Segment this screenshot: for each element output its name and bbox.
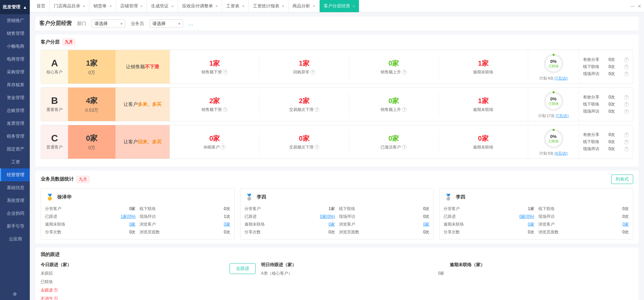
list-view-button[interactable]: 列表式 xyxy=(611,175,633,184)
tab-9[interactable]: 客户分层经营× xyxy=(320,0,359,12)
tier-row-C: C 普通客户 0家 0万 让客户回来、多买 0家 休眠客户 ? 0家 交易频次下… xyxy=(41,125,633,159)
tomorrow-row-1: A类（核心客户） 0家 xyxy=(261,271,445,276)
sidebar-item-1[interactable]: 销售管理 xyxy=(0,27,30,40)
salesperson-card-0: 🥇 徐泽华 分管客户 0家 已跟进 1家(0%) 逾期未联络 0家 分享次数 0… xyxy=(41,188,235,239)
window-minimize-icon[interactable]: — xyxy=(630,4,635,9)
biz-month-badge: 九月 xyxy=(77,176,89,183)
tier-A-stat3[interactable]: 0家 销售额上升 ? xyxy=(349,55,439,79)
sidebar-collapse-icon[interactable]: ▲ xyxy=(23,5,27,10)
sidebar-item-13[interactable]: 基础信息 xyxy=(0,181,30,194)
salesperson-grid: 🥇 徐泽华 分管客户 0家 已跟进 1家(0%) 逾期未联络 0家 分享次数 0… xyxy=(41,188,633,239)
tier-A-action: 让销售额不下滑 xyxy=(115,50,170,84)
sp-stat-right: 现场拜访 1次 xyxy=(139,214,230,220)
staff-select-wrapper: 请选择 xyxy=(149,19,183,28)
sidebar-item-12[interactable]: 经营管理 xyxy=(0,168,30,181)
tab-1[interactable]: 门店商品目录× xyxy=(50,0,89,12)
tab-close-1[interactable]: × xyxy=(83,4,85,8)
tab-close-6[interactable]: × xyxy=(242,4,244,8)
salesperson-card-2: 🥈 李四 分管客户 1家 已跟进 0家(0%) 逾期未联络 0家 分享次数 0次… xyxy=(439,188,633,239)
sp-stat-left: 逾期未联络 0家 xyxy=(45,222,135,227)
sp-stat-left: 逾期未联络 0家 xyxy=(444,222,534,227)
tab-close-4[interactable]: × xyxy=(171,4,173,8)
followup-section: 我的跟进 今日跟进（家） 未跟踪 已联络 xyxy=(35,248,639,300)
sp-header-2: 🥈 李四 xyxy=(444,192,629,202)
tier-B-label: B 重要客户 xyxy=(41,88,68,121)
tier-C-stat1[interactable]: 0家 休眠客户 ? xyxy=(170,130,260,154)
tier-A-stats: 1家 销售额下滑 ? 1家 回购异常 ? 0家 销售额上升 ? 1家 逾期未联络 xyxy=(170,50,528,84)
tier-C-stat3[interactable]: 0家 已激活客户 ? xyxy=(349,130,439,154)
tier-B-circle: 0% 已联络 计划 17次 (7天/次) xyxy=(528,88,579,121)
tab-7[interactable]: 工资统计报表× xyxy=(249,0,288,12)
tier-B-action: 让客户多来、多买 xyxy=(115,88,170,121)
dept-select[interactable]: 请选择 xyxy=(91,19,125,28)
tier-B-stat4[interactable]: 1家 逾期未联络 xyxy=(439,92,528,117)
tier-C-stat4[interactable]: 0家 逾期未联络 xyxy=(439,130,528,154)
tier-B-stat2[interactable]: 2家 交易频次下滑 ? xyxy=(260,92,349,117)
sidebar-item-16[interactable]: 新手引导 xyxy=(0,220,30,233)
tab-close-8[interactable]: × xyxy=(313,4,315,8)
tab-close-3[interactable]: × xyxy=(141,4,143,8)
tier-B-stat3[interactable]: 0家 销售额上升 ? xyxy=(349,92,439,117)
page-title: 客户分层经营 xyxy=(39,20,72,27)
sidebar-item-11[interactable]: 工资 xyxy=(0,156,30,168)
tab-0[interactable]: 首页 xyxy=(33,0,50,12)
tab-close-7[interactable]: × xyxy=(282,4,284,8)
sp-stat-right: 浏览客户 0家 xyxy=(139,222,230,227)
sidebar-item-10[interactable]: 固定资产 xyxy=(0,143,30,156)
sp-stat-left: 分管客户 1家 xyxy=(244,206,335,212)
window-close-icon[interactable]: ✕ xyxy=(638,4,641,9)
sidebar-item-17[interactable]: 云应用 xyxy=(0,233,30,246)
sp-stat-right: 浏览页面数 0次 xyxy=(139,229,230,235)
today-followup-col: 今日跟进（家） 未跟踪 已联络 去跟进 ① xyxy=(41,262,224,300)
customer-tier-title: 客户分层 九月 xyxy=(41,39,633,46)
biz-title: 业务员数据统计 xyxy=(41,176,74,182)
sidebar-item-0[interactable]: 营销推广 xyxy=(0,14,30,27)
sp-stats-right-1: 线下联络 0次 现场拜访 0次 浏览客户 0家 浏览页面数 0次 xyxy=(339,206,429,235)
tier-A-right-stats: 有效分享 0次 ? 线下联络 0次 ? 现场拜访 0次 ? xyxy=(579,50,633,84)
tab-3[interactable]: 店铺管理× xyxy=(116,0,147,12)
tab-2[interactable]: 销货单× xyxy=(89,0,116,12)
tier-C-stat2[interactable]: 0家 交易频次下滑 ? xyxy=(260,130,349,154)
tab-8[interactable]: 商品分析× xyxy=(288,0,319,12)
tab-close-5[interactable]: × xyxy=(216,4,218,8)
tier-B-stat1[interactable]: 2家 销售额下滑 ? xyxy=(170,92,260,117)
sp-stats-left-2: 分管客户 1家 已跟进 0家(0%) 逾期未联络 0家 分享次数 0次 xyxy=(444,206,534,235)
sp-stat-left: 分享次数 0次 xyxy=(45,229,135,235)
goto-followup-col: 去跟进 xyxy=(230,262,256,274)
tier-A-stat2[interactable]: 1家 回购异常 ? xyxy=(260,55,349,79)
tab-close-9[interactable]: × xyxy=(353,4,355,8)
customer-month-badge: 九月 xyxy=(62,39,75,46)
tier-A-count: 1家 0万 xyxy=(68,50,115,84)
tab-6[interactable]: 工资表× xyxy=(222,0,249,12)
sidebar-item-14[interactable]: 系统管理 xyxy=(0,194,30,207)
sp-stat-right: 浏览客户 0家 xyxy=(538,222,629,227)
sidebar-item-2[interactable]: 小畅电商 xyxy=(0,40,30,53)
sidebar-item-4[interactable]: 采购管理 xyxy=(0,66,30,78)
sp-medal-2: 🥈 xyxy=(444,192,453,202)
sp-stats-left-0: 分管客户 0家 已跟进 1家(0%) 逾期未联络 0家 分享次数 0次 xyxy=(45,206,135,235)
today-row-2: 已联络 xyxy=(41,279,224,285)
sp-stat-right: 线下联络 0次 xyxy=(139,206,230,212)
sidebar-item-9[interactable]: 税务管理 xyxy=(0,130,30,143)
tier-B-right-stats: 有效分享 0次 ? 线下联络 0次 ? 现场拜访 0次 ? xyxy=(579,88,633,121)
sidebar-item-5[interactable]: 库存核算 xyxy=(0,78,30,91)
sidebar-item-3[interactable]: 电商管理 xyxy=(0,53,30,66)
sp-name-2: 李四 xyxy=(456,194,465,200)
sidebar-item-15[interactable]: 企业协同 xyxy=(0,207,30,220)
tier-C-count: 0家 0万 xyxy=(68,125,115,159)
staff-select[interactable]: 请选择 xyxy=(149,19,183,28)
sidebar-item-6[interactable]: 资金管理 xyxy=(0,91,30,104)
biz-section-header: 业务员数据统计 九月 列表式 xyxy=(41,175,633,184)
tab-5[interactable]: 应收应付调整单× xyxy=(178,0,222,12)
more-button[interactable]: ... xyxy=(189,21,193,27)
sidebar-item-8[interactable]: 发票管理 xyxy=(0,117,30,130)
tier-A-stat1[interactable]: 1家 销售额下滑 ? xyxy=(170,55,260,79)
dept-select-wrapper: 请选择 xyxy=(91,19,125,28)
tab-close-2[interactable]: × xyxy=(109,4,111,8)
sidebar-settings[interactable]: ⚙ xyxy=(0,288,30,300)
tab-4[interactable]: 生成凭证× xyxy=(147,0,178,12)
sp-stat-right: 现场拜访 0次 xyxy=(339,214,429,220)
goto-followup-button[interactable]: 去跟进 xyxy=(230,263,256,274)
sidebar-item-7[interactable]: 总账管理 xyxy=(0,104,30,117)
tier-A-stat4[interactable]: 1家 逾期未联络 xyxy=(439,55,528,79)
